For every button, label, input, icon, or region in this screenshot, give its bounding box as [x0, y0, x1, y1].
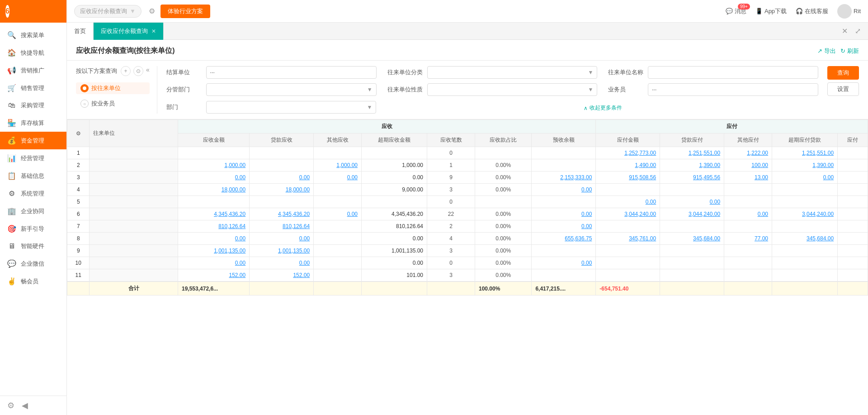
row-ar-other[interactable]: [314, 233, 362, 245]
row-ar-prepay[interactable]: 0.00: [532, 220, 596, 233]
row-ar-other[interactable]: [314, 257, 362, 269]
filter-option-by-partner[interactable]: 按往来单位: [76, 82, 150, 94]
row-ap-loan[interactable]: 3,044,240.00: [660, 208, 724, 220]
row-ar-loan[interactable]: [250, 196, 314, 208]
sidebar-item-basic[interactable]: 📋 基础信息: [0, 167, 66, 185]
row-ap-other[interactable]: [724, 184, 772, 196]
partner-name-input[interactable]: [648, 66, 818, 79]
row-ap-amount[interactable]: [596, 184, 660, 196]
row-ap-other[interactable]: [724, 269, 772, 282]
row-ap-other[interactable]: [724, 220, 772, 233]
row-ap-loan[interactable]: [660, 257, 724, 269]
sidebar-item-inventory[interactable]: 🏪 库存核算: [0, 114, 66, 132]
row-ar-other[interactable]: [314, 184, 362, 196]
row-ar-loan[interactable]: 0.00: [250, 257, 314, 269]
row-ap-amount[interactable]: 3,044,240.00: [596, 208, 660, 220]
row-ar-amount[interactable]: 1,001,135.00: [178, 245, 250, 257]
sidebar-item-member[interactable]: ✌ 畅会员: [0, 272, 66, 290]
row-ap-amount[interactable]: 345,761.00: [596, 233, 660, 245]
sidebar-item-system[interactable]: ⚙ 系统管理: [0, 185, 66, 202]
row-ap-loan[interactable]: 0.00: [660, 196, 724, 208]
row-ap-other[interactable]: 13.00: [724, 172, 772, 184]
sidebar-item-hardware[interactable]: 🖥 智能硬件: [0, 238, 66, 255]
row-ap-loan[interactable]: 1,390.00: [660, 159, 724, 172]
row-ar-amount[interactable]: 152.00: [178, 269, 250, 282]
row-ar-other[interactable]: [314, 196, 362, 208]
row-ar-loan[interactable]: 4,345,436.20: [250, 208, 314, 220]
row-ar-prepay[interactable]: [532, 159, 596, 172]
row-ar-loan[interactable]: 1,001,135.00: [250, 245, 314, 257]
row-ap-other[interactable]: [724, 257, 772, 269]
sidebar-item-finance[interactable]: 💰 资金管理: [0, 132, 66, 149]
row-ar-loan[interactable]: 0.00: [250, 172, 314, 184]
row-ar-loan[interactable]: 0.00: [250, 233, 314, 245]
sidebar-item-wechat[interactable]: 💬 企业微信: [0, 255, 66, 272]
export-btn[interactable]: ↗ 导出: [817, 47, 836, 55]
filter-option-by-staff[interactable]: ○ 按业务员: [76, 98, 150, 110]
partner-nature-input[interactable]: ▼: [427, 83, 598, 96]
sidebar-item-marketing[interactable]: 📢 营销推广: [0, 62, 66, 79]
row-ar-amount[interactable]: 810,126.64: [178, 220, 250, 233]
sidebar-item-quicknav[interactable]: 🏠 快捷导航: [0, 44, 66, 62]
app-download-btn[interactable]: 📱 App下载: [755, 7, 787, 15]
row-ap-amount[interactable]: [596, 269, 660, 282]
refresh-btn[interactable]: ↻ 刷新: [840, 47, 859, 55]
tab-fullscreen-btn[interactable]: ⤢: [853, 25, 863, 37]
row-ar-other[interactable]: 0.00: [314, 172, 362, 184]
row-ar-amount[interactable]: [178, 196, 250, 208]
row-ap-loan[interactable]: [660, 184, 724, 196]
query-btn[interactable]: 查询: [827, 66, 859, 80]
row-ar-prepay[interactable]: 2,153,333.00: [532, 172, 596, 184]
row-ap-other[interactable]: [724, 196, 772, 208]
row-ap-other[interactable]: [724, 245, 772, 257]
row-ar-other[interactable]: 0.00: [314, 208, 362, 220]
row-ar-other[interactable]: 1,000.00: [314, 159, 362, 172]
add-scheme-btn[interactable]: +: [121, 66, 131, 76]
row-ap-loan[interactable]: 915,495.56: [660, 172, 724, 184]
row-ar-prepay[interactable]: [532, 269, 596, 282]
row-ar-prepay[interactable]: 0.00: [532, 208, 596, 220]
settings-scheme-btn[interactable]: ⊙: [133, 66, 143, 76]
row-ar-prepay[interactable]: 0.00: [532, 184, 596, 196]
row-ar-amount[interactable]: 0.00: [178, 257, 250, 269]
department-input[interactable]: ▼: [206, 83, 377, 96]
sidebar-item-ops[interactable]: 📊 经营管理: [0, 149, 66, 167]
row-ar-prepay[interactable]: 655,636.75: [532, 233, 596, 245]
row-ap-amount[interactable]: [596, 257, 660, 269]
partner-category-input[interactable]: ▼: [427, 66, 598, 79]
tab-close-window-btn[interactable]: ✕: [840, 25, 849, 37]
settlement-unit-input[interactable]: ···: [206, 66, 377, 79]
row-ap-loan[interactable]: [660, 220, 724, 233]
row-ap-other[interactable]: 1,222.00: [724, 147, 772, 159]
row-ap-amount[interactable]: [596, 220, 660, 233]
row-ar-prepay[interactable]: [532, 147, 596, 159]
row-ap-amount[interactable]: 915,508.56: [596, 172, 660, 184]
dept-input[interactable]: ▼: [206, 101, 377, 114]
salesperson-input[interactable]: ···: [648, 83, 818, 96]
row-ar-amount[interactable]: 1,000.00: [178, 159, 250, 172]
row-ap-other[interactable]: 77.00: [724, 233, 772, 245]
row-ar-loan[interactable]: 810,126.64: [250, 220, 314, 233]
sidebar-settings-icon[interactable]: ⚙: [7, 401, 14, 410]
row-ar-amount[interactable]: 4,345,436.20: [178, 208, 250, 220]
row-ar-other[interactable]: [314, 245, 362, 257]
tab-close-icon[interactable]: ✕: [151, 28, 156, 34]
row-ar-amount[interactable]: 0.00: [178, 172, 250, 184]
row-ap-other[interactable]: 0.00: [724, 208, 772, 220]
online-service-btn[interactable]: 🎧 在线客服: [796, 7, 828, 15]
row-ar-prepay[interactable]: [532, 245, 596, 257]
sidebar-item-sales[interactable]: 🛒 销售管理: [0, 79, 66, 97]
row-ap-loan[interactable]: 1,251,551.00: [660, 147, 724, 159]
filter-settings-btn[interactable]: 设置: [827, 82, 859, 96]
row-ap-other[interactable]: 100.00: [724, 159, 772, 172]
row-ar-other[interactable]: [314, 147, 362, 159]
topbar-gear-icon[interactable]: ⚙: [149, 7, 155, 15]
row-ar-loan[interactable]: 152.00: [250, 269, 314, 282]
row-ar-other[interactable]: [314, 269, 362, 282]
sidebar-item-guide[interactable]: 🎯 新手引导: [0, 220, 66, 238]
row-ap-loan[interactable]: 345,684.00: [660, 233, 724, 245]
row-ap-loan[interactable]: [660, 269, 724, 282]
collapse-more-btn[interactable]: ∧ 收起更多条件: [584, 102, 622, 114]
messages-btn[interactable]: 💬 消息 99+: [726, 7, 746, 15]
user-avatar-btn[interactable]: Rit: [837, 4, 861, 19]
